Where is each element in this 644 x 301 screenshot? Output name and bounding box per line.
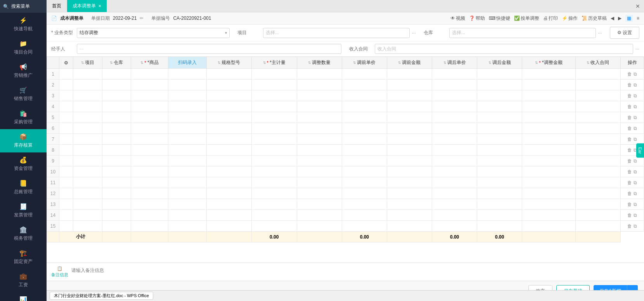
copy-row-button[interactable]: ⧉ — [634, 93, 637, 99]
table-cell[interactable] — [131, 166, 168, 177]
table-cell[interactable] — [477, 112, 522, 123]
table-cell[interactable] — [432, 177, 477, 188]
table-cell[interactable] — [206, 123, 251, 134]
table-cell[interactable] — [342, 69, 387, 80]
table-cell[interactable] — [387, 101, 432, 112]
table-cell[interactable] — [206, 188, 251, 199]
table-cell[interactable] — [73, 112, 102, 123]
table-cell[interactable] — [477, 145, 522, 156]
table-cell[interactable] — [102, 69, 131, 80]
table-cell[interactable] — [168, 123, 206, 134]
copy-row-button[interactable]: ⧉ — [634, 202, 637, 207]
table-cell[interactable] — [102, 101, 131, 112]
table-cell[interactable] — [102, 156, 131, 166]
table-cell[interactable] — [342, 177, 387, 188]
sidebar-item-tax-mgmt[interactable]: 🏛️ 税务管理 — [0, 222, 47, 246]
table-view-button[interactable]: ▦ — [625, 15, 633, 22]
table-cell[interactable] — [387, 199, 432, 210]
table-cell[interactable] — [168, 145, 206, 156]
table-cell[interactable] — [575, 134, 620, 145]
table-cell[interactable] — [168, 80, 206, 90]
sidebar-item-ledger-mgmt[interactable]: 📒 总账管理 — [0, 176, 47, 199]
table-cell[interactable] — [251, 145, 297, 156]
help-action[interactable]: ❓ 帮助 — [469, 15, 485, 22]
nav-next-button[interactable]: ▶ — [618, 16, 621, 21]
table-cell[interactable] — [206, 80, 251, 90]
table-cell[interactable] — [168, 156, 206, 166]
delete-row-button[interactable]: 🗑 — [627, 147, 632, 153]
table-cell[interactable] — [168, 221, 206, 232]
table-cell[interactable] — [477, 156, 522, 166]
table-cell[interactable] — [297, 177, 342, 188]
table-cell[interactable] — [387, 210, 432, 221]
table-cell[interactable] — [387, 134, 432, 145]
table-cell[interactable] — [575, 90, 620, 101]
table-cell[interactable] — [168, 166, 206, 177]
table-cell[interactable] — [432, 210, 477, 221]
sidebar-item-fixed-assets[interactable]: 🏗️ 固定资产 — [0, 246, 47, 269]
table-cell[interactable] — [297, 123, 342, 134]
table-cell[interactable] — [522, 123, 576, 134]
table-cell[interactable] — [59, 123, 73, 134]
table-cell[interactable] — [102, 221, 131, 232]
table-cell[interactable] — [477, 90, 522, 101]
table-cell[interactable] — [432, 123, 477, 134]
table-cell[interactable] — [522, 80, 576, 90]
table-cell[interactable] — [432, 199, 477, 210]
table-cell[interactable] — [59, 199, 73, 210]
table-cell[interactable] — [59, 177, 73, 188]
project-input[interactable]: 选择... — [263, 28, 410, 38]
table-cell[interactable] — [59, 145, 73, 156]
table-cell[interactable] — [522, 156, 576, 166]
table-cell[interactable] — [59, 101, 73, 112]
table-cell[interactable] — [387, 69, 432, 80]
table-cell[interactable] — [342, 80, 387, 90]
table-cell[interactable] — [342, 123, 387, 134]
table-cell[interactable] — [102, 210, 131, 221]
income-contract-dots[interactable]: ··· — [635, 46, 639, 52]
table-cell[interactable] — [206, 90, 251, 101]
table-cell[interactable] — [387, 145, 432, 156]
table-cell[interactable] — [59, 90, 73, 101]
table-cell[interactable] — [102, 112, 131, 123]
table-cell[interactable] — [342, 221, 387, 232]
detail-view-button[interactable]: ≡ — [637, 16, 639, 21]
copy-row-button[interactable]: ⧉ — [634, 158, 637, 164]
table-cell[interactable] — [477, 69, 522, 80]
doc-edit-icon[interactable]: ✏ — [140, 16, 144, 21]
table-cell[interactable] — [387, 90, 432, 101]
sidebar-item-sales-mgmt[interactable]: 🛒 销售管理 — [0, 83, 47, 106]
table-cell[interactable] — [73, 134, 102, 145]
sidebar-item-capital-mgmt[interactable]: 💰 资金管理 — [0, 152, 47, 176]
table-cell[interactable] — [73, 188, 102, 199]
table-cell[interactable] — [522, 134, 576, 145]
table-cell[interactable] — [575, 80, 620, 90]
table-cell[interactable] — [387, 177, 432, 188]
taskbar-item[interactable]: 木门行业好业财处理方案-墨红红.doc - WPS Office — [50, 292, 153, 300]
table-cell[interactable] — [102, 199, 131, 210]
table-cell[interactable] — [206, 145, 251, 156]
table-cell[interactable] — [251, 166, 297, 177]
table-cell[interactable] — [251, 80, 297, 90]
table-cell[interactable] — [168, 188, 206, 199]
table-cell[interactable] — [477, 210, 522, 221]
remarks-icon[interactable]: 📋 备注信息 — [51, 266, 68, 278]
tab-cost-adjust[interactable]: 成本调整单 ✕ — [67, 0, 107, 12]
table-cell[interactable] — [73, 156, 102, 166]
col-scan-header[interactable]: 扫码录入 — [168, 57, 206, 69]
shortcut-action[interactable]: ⌨ 快捷键 — [489, 15, 510, 22]
table-cell[interactable] — [477, 166, 522, 177]
sidebar-item-inventory[interactable]: 📦 库存核算 — [0, 129, 47, 152]
table-cell[interactable] — [297, 210, 342, 221]
table-cell[interactable] — [168, 177, 206, 188]
table-cell[interactable] — [251, 134, 297, 145]
table-cell[interactable] — [131, 156, 168, 166]
ops-action[interactable]: ⚡ 操作 — [562, 15, 578, 22]
table-cell[interactable] — [59, 188, 73, 199]
table-cell[interactable] — [297, 80, 342, 90]
table-cell[interactable] — [251, 210, 297, 221]
table-cell[interactable] — [168, 69, 206, 80]
table-cell[interactable] — [477, 221, 522, 232]
table-cell[interactable] — [432, 221, 477, 232]
table-cell[interactable] — [342, 112, 387, 123]
